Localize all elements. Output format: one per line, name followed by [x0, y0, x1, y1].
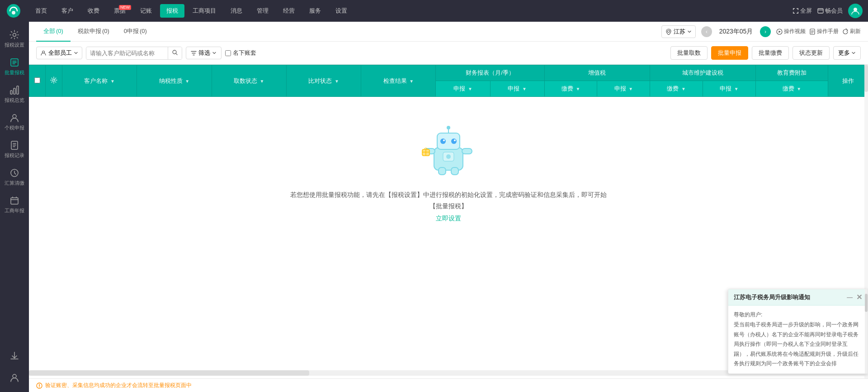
th-compare-status: 比对状态 ▼ — [286, 65, 361, 97]
th-urban-tax: 城市维护建设税 — [650, 65, 756, 81]
nav-messages[interactable]: 消息 — [224, 4, 249, 18]
new-badge: NEW — [119, 5, 131, 10]
notif-title: 江苏电子税务局升级影响通知 — [734, 293, 810, 301]
sidebar-label-annual-report: 工商年报 — [5, 207, 24, 214]
select-all-checkbox[interactable] — [34, 77, 40, 83]
svg-rect-30 — [462, 148, 472, 154]
user-icon[interactable] — [5, 368, 24, 387]
svg-point-26 — [454, 139, 456, 141]
svg-point-20 — [53, 79, 55, 81]
sidebar-bottom — [5, 347, 24, 392]
member-btn[interactable]: 畅会员 — [817, 7, 843, 15]
search-icon — [172, 49, 178, 56]
warning-icon — [36, 382, 42, 389]
sidebar-item-tax-settings[interactable]: 报税设置 — [0, 25, 29, 53]
filter-icon — [191, 50, 197, 56]
nav-invoice[interactable]: 票据 NEW — [108, 4, 132, 18]
svg-point-3 — [854, 8, 857, 11]
svg-point-4 — [13, 33, 16, 37]
th-vat-declare: 申报 ▼ — [490, 81, 544, 97]
accounts-checkbox-label[interactable]: 名下账套 — [225, 49, 256, 57]
svg-point-1 — [12, 11, 15, 14]
next-month-btn[interactable]: › — [760, 26, 771, 37]
tab-declare[interactable]: 税款申报(0) — [71, 22, 117, 42]
batch-pay-button[interactable]: 批量缴费 — [752, 46, 789, 60]
region-select[interactable]: 江苏 — [661, 25, 696, 38]
notif-scrollbar-thumb — [865, 294, 868, 312]
search-input[interactable] — [86, 48, 168, 59]
search-button[interactable] — [168, 47, 182, 59]
nav-bookkeeping[interactable]: 记账 — [134, 4, 158, 18]
data-table: 客户名称 ▼ 纳税性质 ▼ 取数状态 ▼ 比对状态 ▼ 检查结果 ▼ — [29, 65, 868, 252]
svg-rect-6 — [10, 91, 12, 94]
sidebar-label-batch-tax: 批量报税 — [5, 69, 24, 76]
batch-declare-button[interactable]: 批量申报 — [711, 46, 748, 60]
th-vat: 增值税 — [544, 65, 650, 81]
th-edu-declare: 申报 ▼ — [703, 81, 755, 97]
logo[interactable] — [5, 3, 22, 19]
bottom-bar: 验证账密、采集信息均成功的企业才会流转至批量报税页面中 — [29, 378, 868, 392]
svg-point-35 — [446, 154, 451, 159]
notif-scrollbar[interactable] — [865, 289, 868, 373]
sidebar-item-settlement[interactable]: 汇算清缴 — [0, 163, 29, 191]
refresh-action[interactable]: 刷新 — [842, 28, 861, 35]
scrollbar-thumb — [864, 65, 868, 92]
th-fetch-status: 取数状态 ▼ — [212, 65, 286, 97]
download-icon[interactable] — [5, 347, 24, 365]
nav-billing[interactable]: 收费 — [81, 4, 106, 18]
tabs-right: 江苏 ‹ 2023年05月 › 操作视频 操作手册 刷新 — [661, 25, 861, 38]
empty-state: 若您想使用批量报税功能，请先在【报税设置】中进行报税的初始化设置，完成密码验证和… — [29, 97, 868, 252]
svg-point-9 — [13, 115, 16, 118]
nav-management[interactable]: 管理 — [250, 4, 275, 18]
batch-fetch-button[interactable]: 批量取数 — [670, 46, 708, 60]
th-education-surcharge: 教育费附加 — [755, 65, 828, 81]
svg-point-13 — [13, 374, 16, 378]
settings-icon[interactable] — [50, 76, 57, 84]
toolbar-right: 批量取数 批量申报 批量缴费 状态更新 更多 — [670, 46, 861, 60]
sidebar-item-personal-tax[interactable]: 个税申报 — [0, 108, 29, 136]
svg-rect-8 — [17, 86, 19, 94]
sidebar-label-personal-tax: 个税申报 — [5, 124, 24, 131]
svg-marker-16 — [779, 30, 781, 33]
avatar[interactable] — [848, 4, 863, 18]
tab-zero-declare[interactable]: 0申报(0) — [117, 22, 154, 42]
nav-customer[interactable]: 客户 — [55, 4, 80, 18]
filter-button[interactable]: 筛选 — [186, 47, 222, 59]
accounts-checkbox[interactable] — [225, 50, 231, 56]
more-button[interactable]: 更多 — [833, 46, 861, 60]
manual-action[interactable]: 操作手册 — [809, 28, 839, 35]
sidebar-item-tax-overview[interactable]: 报税总览 — [0, 81, 29, 108]
nav-settings[interactable]: 设置 — [329, 4, 354, 18]
status-update-button[interactable]: 状态更新 — [793, 46, 830, 60]
svg-rect-2 — [818, 9, 823, 13]
robot-illustration — [421, 124, 476, 178]
sidebar-label-tax-records: 报税记录 — [5, 152, 24, 159]
top-navigation: 首页 客户 收费 票据 NEW 记账 报税 工商项目 消息 管理 经营 服务 设… — [0, 0, 868, 22]
nav-home[interactable]: 首页 — [29, 4, 53, 18]
sidebar-label-settlement: 汇算清缴 — [5, 180, 24, 186]
sidebar-item-annual-report[interactable]: 工商年报 — [0, 191, 29, 219]
nav-service[interactable]: 服务 — [303, 4, 327, 18]
employee-select[interactable]: 全部员工 — [36, 47, 82, 59]
toolbar: 全部员工 筛选 名下账套 批量取数 批量申报 批量缴费 状态更新 更多 — [29, 42, 868, 65]
sidebar-item-batch-tax[interactable]: 批量报税 — [0, 53, 29, 81]
notif-header: 江苏电子税务局升级影响通知 ─ ✕ — [728, 289, 868, 306]
svg-point-28 — [447, 126, 450, 129]
sidebar-item-tax-records[interactable]: 报税记录 — [0, 136, 29, 163]
th-urban-declare: 申报 ▼ — [597, 81, 650, 97]
th-tax-type: 纳税性质 ▼ — [137, 65, 212, 97]
nav-operations[interactable]: 经营 — [277, 4, 301, 18]
month-navigation: ‹ 2023年05月 › — [701, 26, 771, 37]
nav-right: 全屏 畅会员 — [793, 4, 863, 18]
tab-all[interactable]: 全部(0) — [36, 22, 71, 42]
notif-close[interactable]: ✕ — [856, 293, 862, 301]
notif-body: 尊敬的用户:受当前电子税务局进一步升级的影响，同一个政务网账号（办税人）名下的企… — [728, 306, 868, 373]
empty-state-row: 若您想使用批量报税功能，请先在【报税设置】中进行报税的初始化设置，完成密码验证和… — [29, 97, 868, 252]
notif-minimize[interactable]: ─ — [847, 293, 853, 301]
prev-month-btn[interactable]: ‹ — [701, 26, 712, 37]
fullscreen-btn[interactable]: 全屏 — [793, 7, 812, 15]
nav-business[interactable]: 工商项目 — [186, 4, 222, 18]
setup-link[interactable]: 立即设置 — [436, 212, 461, 225]
video-action[interactable]: 操作视频 — [776, 28, 806, 35]
nav-tax[interactable]: 报税 — [160, 4, 184, 18]
